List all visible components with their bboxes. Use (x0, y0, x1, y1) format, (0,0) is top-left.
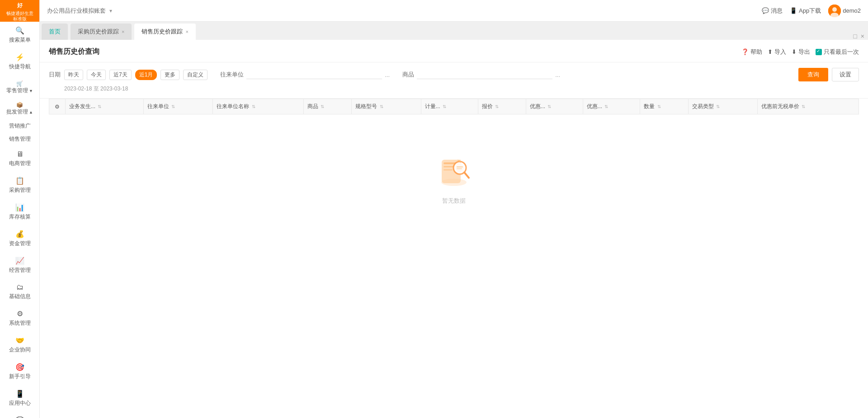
export-label: 导出 (798, 48, 810, 56)
sort-icon: ⇅ (495, 104, 499, 109)
sidebar-item-retail[interactable]: 🛒 零售管理 ▼ (0, 77, 39, 98)
help-label: 帮助 (750, 48, 762, 56)
sort-icon: ⇅ (321, 104, 324, 109)
partner-input[interactable] (246, 70, 382, 79)
export-button[interactable]: ⬇ 导出 (792, 48, 810, 56)
svg-rect-9 (443, 169, 453, 171)
tab-sales-close[interactable]: × (185, 29, 188, 34)
basic-icon: 🗂 (16, 283, 24, 291)
date-today-btn[interactable]: 今天 (87, 70, 106, 80)
tab-purchase-close[interactable]: × (122, 29, 124, 34)
sort-icon: ⇅ (380, 104, 383, 109)
table-col-partner-code[interactable]: 往来单位 ⇅ (144, 99, 213, 114)
table-col-partner-name[interactable]: 往来单位名称 ⇅ (213, 99, 303, 114)
partner-search-icon[interactable]: ... (385, 71, 390, 78)
table-col-biz-date[interactable]: 业务发生... ⇅ (66, 99, 144, 114)
empty-icon (434, 151, 474, 191)
filter-actions: 查询 设置 (798, 68, 859, 81)
table-col-discount1[interactable]: 优惠... ⇅ (526, 99, 583, 114)
table-col-spec[interactable]: 规格型号 ⇅ (352, 99, 421, 114)
sort-icon: ⇅ (98, 104, 101, 109)
sort-icon: ⇅ (604, 104, 608, 109)
tab-sales-label: 销售历史价跟踪 (142, 28, 183, 36)
product-input[interactable] (417, 70, 552, 79)
table-col-unit[interactable]: 计量... ⇅ (421, 99, 478, 114)
only-last-checkbox[interactable] (816, 49, 822, 55)
topbar-right: 💬 消息 📱 App下载 demo2 (762, 5, 861, 17)
query-button[interactable]: 查询 (798, 68, 828, 81)
app-edition: 标准版 (13, 16, 27, 22)
sidebar-item-label: 库存核算 (9, 213, 31, 221)
date-7days-btn[interactable]: 近7天 (109, 70, 132, 80)
sidebar-item-finance[interactable]: 💰 资金管理 (0, 225, 39, 252)
col-partner-name-label: 往来单位名称 (217, 103, 249, 109)
topbar-dropdown-icon[interactable]: ▾ (109, 8, 112, 14)
date-yesterday-btn[interactable]: 昨天 (64, 70, 83, 80)
sidebar-item-label: 资金管理 (9, 240, 31, 247)
search-icon: 🔍 (15, 26, 24, 35)
product-search-icon[interactable]: ... (555, 71, 560, 78)
import-button[interactable]: ⬆ 导入 (768, 48, 786, 56)
page-title: 销售历史价查询 (49, 47, 99, 57)
sidebar-item-enterprise[interactable]: 🤝 企业协同 (0, 332, 39, 358)
tab-home[interactable]: 首页 (42, 24, 68, 40)
sort-icon: ⇅ (657, 104, 661, 109)
sidebar-item-shortcut[interactable]: ⚡ 快捷导航 (0, 48, 39, 75)
svg-point-3 (832, 7, 837, 12)
table-col-qty[interactable]: 数量 ⇅ (640, 99, 688, 114)
help-button[interactable]: ❓ 帮助 (741, 48, 762, 56)
app-download-label: App下载 (799, 7, 821, 15)
app-logo[interactable]: 好 畅捷通好生意 标准版 (0, 0, 39, 22)
import-label: 导入 (774, 48, 786, 56)
col-pretax-label: 优惠前无税单价 (761, 103, 799, 109)
sidebar-item-label: 采购管理 (9, 186, 31, 194)
empty-state: 暂无数据 (40, 114, 868, 241)
date-1month-btn[interactable]: 近1月 (135, 70, 157, 80)
content-area: 销售历史价查询 ❓ 帮助 ⬆ 导入 ⬇ 导出 只看最后一次 (40, 40, 868, 418)
col-trade-type-label: 交易类型 (692, 103, 714, 109)
app-download-button[interactable]: 📱 App下载 (790, 7, 821, 15)
export-icon: ⬇ (792, 48, 797, 55)
sidebar-item-operations[interactable]: 📈 经营管理 (0, 252, 39, 279)
table-col-quote[interactable]: 报价 ⇅ (478, 99, 526, 114)
gear-icon[interactable]: ⚙ (55, 104, 60, 110)
tab-sales-history[interactable]: 销售历史价跟踪 × (134, 24, 195, 40)
filter-row-1: 日期 昨天 今天 近7天 近1月 更多 自定义 往来单位 ... 商品 ... (49, 68, 859, 81)
sidebar-item-wholesale[interactable]: 📦 批发管理 ▲ (0, 98, 39, 119)
date-range-text: 2023-02-18 至 2023-03-18 (64, 86, 128, 92)
close-window-button[interactable]: × (861, 33, 864, 40)
sidebar-item-system[interactable]: ⚙ 系统管理 (0, 305, 39, 332)
tab-bar: 首页 采购历史价跟踪 × 销售历史价跟踪 × □ × (40, 22, 868, 40)
sidebar-sub-item-marketing[interactable]: 营销推广 (0, 119, 39, 133)
partner-filter-group: 往来单位 ... (220, 70, 390, 79)
table-col-discount2[interactable]: 优惠... ⇅ (583, 99, 640, 114)
sidebar-item-search[interactable]: 🔍 搜索菜单 (0, 22, 39, 48)
table-col-product[interactable]: 商品 ⇅ (303, 99, 351, 114)
date-more-btn[interactable]: 更多 (160, 70, 179, 80)
col-discount2-label: 优惠... (587, 103, 602, 109)
sidebar-item-appstore[interactable]: 📱 应用中心 (0, 385, 39, 412)
sidebar-item-purchase[interactable]: 📋 采购管理 (0, 172, 39, 199)
tab-purchase-history[interactable]: 采购历史价跟踪 × (71, 24, 132, 40)
sidebar-sub-label: 营销推广 (9, 123, 31, 129)
settings-button[interactable]: 设置 (832, 68, 859, 81)
sidebar-item-label: 快捷导航 (9, 63, 31, 71)
sidebar-item-inventory[interactable]: 📊 库存核算 (0, 199, 39, 225)
message-button[interactable]: 💬 消息 (762, 7, 783, 15)
chevron-down-icon: ▼ (29, 89, 33, 93)
user-profile[interactable]: demo2 (828, 5, 861, 17)
sidebar-item-wechat[interactable]: 💬 企业微信 (0, 412, 39, 418)
only-last-checkbox-label[interactable]: 只看最后一次 (816, 48, 859, 56)
table-col-trade-type[interactable]: 交易类型 ⇅ (688, 99, 757, 114)
sidebar-item-ecommerce[interactable]: 🖥 电商管理 (0, 146, 39, 172)
sidebar-item-basic[interactable]: 🗂 基础信息 (0, 279, 39, 305)
sidebar-item-newbie[interactable]: 🎯 新手引导 (0, 358, 39, 385)
table-col-pretax[interactable]: 优惠前无税单价 ⇅ (757, 99, 859, 114)
wechat-icon: 💬 (15, 416, 24, 418)
sidebar-sub-item-sales[interactable]: 销售管理 (0, 133, 39, 146)
sort-icon: ⇅ (252, 104, 255, 109)
date-custom-btn[interactable]: 自定义 (183, 70, 208, 80)
col-spec-label: 规格型号 (355, 103, 377, 109)
table-col-gear[interactable]: ⚙ (49, 99, 66, 114)
restore-window-button[interactable]: □ (853, 33, 857, 40)
